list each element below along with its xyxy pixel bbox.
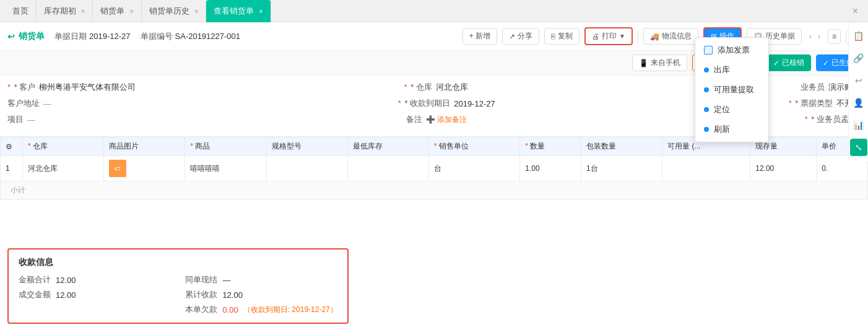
prev-arrow[interactable]: ‹ xyxy=(807,31,814,42)
tab-view-sales[interactable]: 查看销货单 × xyxy=(206,0,271,22)
note-label: 备注 xyxy=(406,114,422,125)
nav-arrows: ‹ › xyxy=(807,31,823,42)
cumulative-item: 累计收款 12.00 xyxy=(185,289,337,300)
warehouse-value: 河北仓库 xyxy=(436,82,468,93)
staff-label: 业务员 xyxy=(801,82,825,93)
total-value: 12.00 xyxy=(56,276,76,285)
sidebar-icon-expand[interactable]: ⤡ xyxy=(850,139,867,156)
td-index: 1 xyxy=(1,156,23,181)
customer-label: * * 客户 xyxy=(7,82,35,93)
outbound-item[interactable]: 出库 xyxy=(695,60,768,80)
payment-date-value: 2019-12-27 xyxy=(454,99,495,108)
logistics-button[interactable]: 🚚 物流信息 xyxy=(643,28,698,45)
new-button[interactable]: + 新增 xyxy=(462,28,497,45)
deal-label: 成交金额 xyxy=(19,289,51,300)
owe-label: 本单欠款 xyxy=(185,304,217,315)
customer-value: 柳州粤港平安气体有限公司 xyxy=(39,82,136,93)
address-group: 客户地址 — xyxy=(7,98,383,109)
locate-item[interactable]: 定位 xyxy=(695,100,768,119)
th-quantity: * 数量 xyxy=(520,137,581,156)
right-sidebar: 📋 🔗 ↩ 👤 📊 ⤡ xyxy=(848,22,868,161)
share-button[interactable]: ↗ 分享 xyxy=(502,28,539,45)
already-cancel-button[interactable]: ✓ 已核销 xyxy=(766,54,811,71)
customer-group: * * 客户 柳州粤港平安气体有限公司 xyxy=(7,82,389,93)
owe-note: （收款到期日: 2019-12-27） xyxy=(243,305,337,315)
effect-check-icon: ✓ xyxy=(823,59,829,67)
sidebar-icon-link[interactable]: 🔗 xyxy=(850,50,867,67)
project-label: 项目 xyxy=(7,114,24,125)
locate-dot xyxy=(704,107,709,112)
print-icon: 🖨 xyxy=(592,32,599,41)
add-invoice-item[interactable]: 添加发票 xyxy=(695,40,768,60)
form-date-value: 2019-12-27 xyxy=(89,32,131,41)
tab-sales-history-close[interactable]: × xyxy=(194,7,198,15)
window-close-button[interactable]: × xyxy=(848,3,863,19)
th-spec: 规格型号 xyxy=(266,137,347,156)
phone-icon: 📱 xyxy=(639,59,648,67)
tab-inventory[interactable]: 库存期初 × xyxy=(37,0,93,22)
td-min-stock xyxy=(347,156,428,181)
operation-dropdown: 添加发票 出库 可用量提取 定位 刷新 xyxy=(695,37,769,142)
product-image: 🏷 xyxy=(109,160,126,177)
add-note-button[interactable]: ➕ 添加备注 xyxy=(426,115,467,125)
tab-sales-close[interactable]: × xyxy=(129,7,133,15)
td-available xyxy=(662,156,750,181)
same-order-label: 同单现结 xyxy=(185,274,217,285)
form-number-value: SA-20191227-001 xyxy=(175,32,241,41)
payment-info-title: 收款信息 xyxy=(19,257,337,268)
address-label: 客户地址 xyxy=(7,98,40,109)
tab-home[interactable]: 首页 xyxy=(5,0,37,22)
warehouse-label: * * 仓库 xyxy=(404,82,432,93)
print-button[interactable]: 🖨 打印 ▼ xyxy=(584,27,633,45)
form-number-group: 单据编号 SA-20191227-001 xyxy=(141,31,241,42)
tab-view-sales-close[interactable]: × xyxy=(259,7,263,15)
bottom-section: 收款信息 金额合计 12.00 同单现结 — 成交金额 12.00 xyxy=(0,242,868,330)
form-number-label: 单据编号 xyxy=(141,31,173,42)
table-container: ⚙ * 仓库 商品图片 * 商品 规格型号 最低库存 * 销售单位 * 数量 包… xyxy=(0,137,868,242)
project-value: — xyxy=(27,115,35,124)
cumulative-label: 累计收款 xyxy=(185,289,217,300)
td-stock: 12.00 xyxy=(750,156,817,181)
toolbar-separator xyxy=(638,30,638,43)
from-phone-button[interactable]: 📱 来自手机 xyxy=(632,54,687,71)
td-spec xyxy=(266,156,347,181)
sidebar-icon-copy[interactable]: 📋 xyxy=(850,27,867,45)
refresh-item[interactable]: 刷新 xyxy=(695,119,768,139)
table-row: 1 河北仓库 🏷 嘻嘻嘻嘻 台 1.00 1台 xyxy=(1,156,868,181)
subtotal-label: 小计 xyxy=(1,181,868,200)
sidebar-icon-user[interactable]: 👤 xyxy=(850,94,867,111)
th-product: * 商品 xyxy=(185,137,266,156)
print-dropdown-icon: ▼ xyxy=(619,33,625,40)
deal-item: 成交金额 12.00 xyxy=(19,289,170,300)
tab-sales[interactable]: 销货单 × xyxy=(93,0,141,22)
th-pack-qty: 包装数量 xyxy=(581,137,662,156)
td-product: 嘻嘻嘻嘻 xyxy=(185,156,266,181)
next-arrow[interactable]: › xyxy=(815,31,823,42)
toolbar: + 新增 ↗ 分享 ⎘ 复制 🖨 打印 ▼ 🚚 物流信息 xyxy=(462,27,861,45)
th-warehouse: * 仓库 xyxy=(23,137,104,156)
form-date-label: 单据日期 xyxy=(54,31,87,42)
tab-inventory-close[interactable]: × xyxy=(81,7,85,15)
same-order-value: — xyxy=(222,276,230,285)
total-label: 金额合计 xyxy=(19,274,51,285)
th-image: 商品图片 xyxy=(104,137,185,156)
subtotal-row: 小计 xyxy=(1,181,868,200)
tab-sales-history[interactable]: 销货单历史 × xyxy=(142,0,206,22)
refresh-dot xyxy=(704,127,709,132)
same-order-item: 同单现结 — xyxy=(185,274,337,285)
copy-icon: ⎘ xyxy=(551,32,555,41)
available-qty-item[interactable]: 可用量提取 xyxy=(695,80,768,100)
sidebar-icon-chart[interactable]: 📊 xyxy=(850,116,867,134)
list-view-button[interactable]: ≡ xyxy=(828,29,841,44)
sidebar-icon-return[interactable]: ↩ xyxy=(850,72,867,89)
deal-value: 12.00 xyxy=(56,290,76,300)
copy-button[interactable]: ⎘ 复制 xyxy=(544,28,579,45)
gear-th: ⚙ xyxy=(1,137,23,156)
total-item: 金额合计 12.00 xyxy=(19,274,170,285)
share-icon: ↗ xyxy=(509,32,515,41)
tab-bar: 首页 库存期初 × 销货单 × 销货单历史 × 查看销货单 × × xyxy=(0,0,868,22)
form-icon: ↩ xyxy=(7,32,15,41)
td-quantity: 1.00 xyxy=(520,156,581,181)
th-unit: * 销售单位 xyxy=(428,137,519,156)
ticket-type-label: * * 票据类型 xyxy=(789,98,833,109)
